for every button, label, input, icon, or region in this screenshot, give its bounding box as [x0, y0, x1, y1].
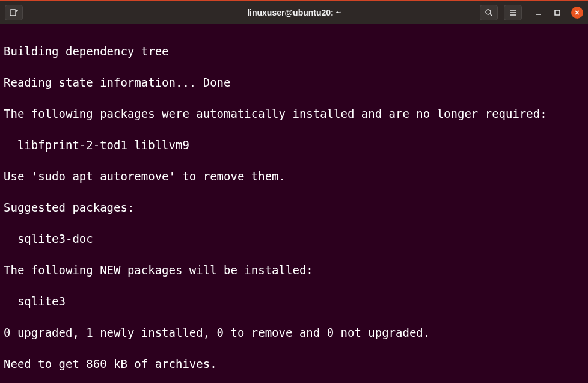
maximize-icon [554, 9, 561, 16]
terminal-line: Need to get 860 kB of archives. [4, 356, 584, 372]
minimize-button[interactable] [533, 7, 544, 18]
svg-rect-0 [10, 10, 16, 16]
titlebar-left [5, 5, 23, 20]
terminal-area[interactable]: Building dependency tree Reading state i… [0, 24, 588, 383]
new-tab-icon [10, 8, 18, 17]
close-button[interactable] [571, 7, 583, 19]
terminal-line: sqlite3 [4, 293, 584, 309]
terminal-line: The following NEW packages will be insta… [4, 262, 584, 278]
terminal-line: Suggested packages: [4, 200, 584, 215]
search-icon [485, 8, 493, 17]
terminal-line: Reading state information... Done [4, 75, 584, 90]
hamburger-icon [509, 8, 517, 17]
minimize-icon [534, 9, 542, 16]
search-button[interactable] [480, 5, 498, 20]
window-title: linuxuser@ubuntu20: ~ [247, 8, 341, 17]
terminal-line: Building dependency tree [4, 43, 584, 59]
terminal-line: The following packages were automaticall… [4, 106, 584, 121]
close-icon [574, 10, 580, 16]
terminal-line: 0 upgraded, 1 newly installed, 0 to remo… [4, 325, 584, 340]
svg-line-4 [490, 14, 492, 16]
svg-rect-9 [555, 10, 560, 15]
menu-button[interactable] [504, 5, 522, 20]
window-controls [533, 7, 583, 19]
titlebar: linuxuser@ubuntu20: ~ [0, 1, 588, 24]
terminal-line: Use 'sudo apt autoremove' to remove them… [4, 168, 584, 184]
maximize-button[interactable] [552, 7, 563, 18]
titlebar-right [480, 5, 583, 20]
terminal-line: sqlite3-doc [4, 231, 584, 247]
svg-point-3 [486, 10, 491, 14]
terminal-line: libfprint-2-tod1 libllvm9 [4, 137, 584, 153]
new-tab-button[interactable] [5, 5, 23, 20]
